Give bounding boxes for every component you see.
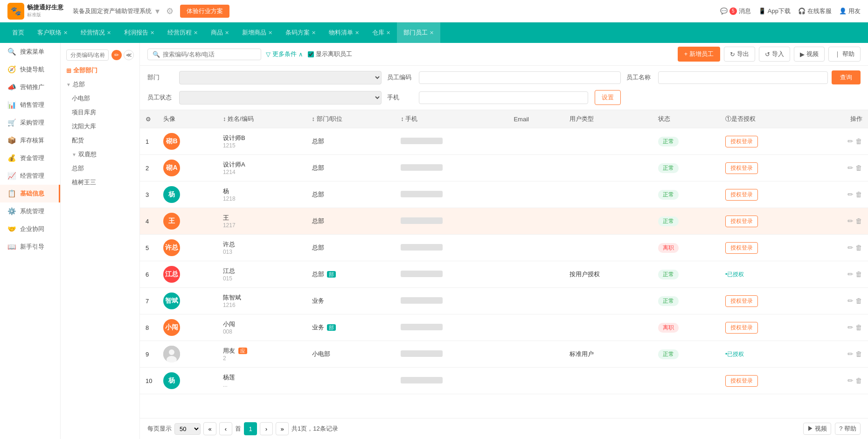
online-service-btn[interactable]: 🎧 在线客服 <box>798 7 832 15</box>
delete-btn[interactable]: 🗑 <box>855 244 862 251</box>
sidebar-item[interactable]: 📖新手引导 <box>0 238 60 256</box>
delete-btn[interactable]: 🗑 <box>855 297 862 305</box>
reset-btn[interactable]: 设置 <box>595 90 621 105</box>
next-page-btn[interactable]: › <box>260 422 273 435</box>
sidebar-item[interactable]: 💰资金管理 <box>0 149 60 167</box>
export-btn[interactable]: ↻ 导出 <box>724 47 755 62</box>
sidebar-item[interactable]: 📊销售管理 <box>0 96 60 114</box>
nav-tab[interactable]: 部门员工 ✕ <box>397 22 440 43</box>
close-icon[interactable]: ✕ <box>355 30 359 36</box>
close-icon[interactable]: ✕ <box>312 30 316 36</box>
nav-tab[interactable]: 商品 ✕ <box>204 22 236 43</box>
nav-tab[interactable]: 利润报告 ✕ <box>118 22 161 43</box>
th-name[interactable]: ↕ 姓名/编码 <box>217 110 306 128</box>
auth-btn[interactable]: 授权登录 <box>725 216 758 227</box>
close-icon[interactable]: ✕ <box>386 30 390 36</box>
query-btn[interactable]: 查询 <box>832 70 861 84</box>
show-resigned-label[interactable]: 显示离职员工 <box>308 50 352 58</box>
delete-btn[interactable]: 🗑 <box>855 350 862 358</box>
delete-btn[interactable]: 🗑 <box>855 217 862 225</box>
close-icon[interactable]: ✕ <box>268 30 272 36</box>
help-btn[interactable]: ｜ 帮助 <box>828 47 861 62</box>
sidebar-item[interactable]: 🧭快捷导航 <box>0 61 60 78</box>
sidebar-item[interactable]: 📈经营管理 <box>0 167 60 185</box>
nav-tab[interactable]: 首页 <box>6 22 31 43</box>
dept-node[interactable]: 植树王三 <box>61 175 139 189</box>
dept-search-input[interactable] <box>66 49 109 61</box>
close-icon[interactable]: ✕ <box>150 30 154 36</box>
show-resigned-checkbox[interactable] <box>308 51 314 57</box>
last-page-btn[interactable]: » <box>276 422 289 435</box>
add-employee-btn[interactable]: + 新增员工 <box>678 47 720 62</box>
filter-more-btn[interactable]: ▽ 更多条件 ∧ <box>266 50 303 58</box>
trial-btn[interactable]: 体验行业方案 <box>180 5 229 18</box>
per-page-select[interactable]: 50 100 <box>174 423 201 435</box>
delete-btn[interactable]: 🗑 <box>855 190 862 198</box>
prev-page-btn[interactable]: ‹ <box>219 422 232 435</box>
sidebar-item[interactable]: 📦库存核算 <box>0 132 60 149</box>
sidebar-item[interactable]: 🔍搜索菜单 <box>0 43 60 61</box>
th-phone[interactable]: ↕ 手机 <box>395 110 508 128</box>
close-icon[interactable]: ✕ <box>225 30 229 36</box>
edit-btn[interactable]: ✏ <box>847 137 854 145</box>
dept-node[interactable]: ▼总部 <box>61 77 139 91</box>
video-btn[interactable]: ▶ 视频 <box>803 423 832 435</box>
nav-tab[interactable]: 新增商品 ✕ <box>236 22 279 43</box>
th-settings[interactable]: ⚙ <box>140 110 158 128</box>
nav-tab[interactable]: 仓库 ✕ <box>366 22 397 43</box>
first-page-btn[interactable]: « <box>203 422 216 435</box>
settings-icon[interactable]: ⚙ <box>166 6 174 16</box>
edit-btn[interactable]: ✏ <box>847 270 854 278</box>
app-download-btn[interactable]: 📱 App下载 <box>758 7 791 15</box>
dept-collapse-btn[interactable]: ≪ <box>124 50 134 60</box>
dept-node[interactable]: 项目库房 <box>61 105 139 119</box>
dept-node[interactable]: 沈阳大库 <box>61 119 139 133</box>
auth-btn[interactable]: 授权登录 <box>725 375 758 387</box>
auth-btn[interactable]: 授权登录 <box>725 162 758 174</box>
close-icon[interactable]: ✕ <box>107 30 111 36</box>
auth-btn[interactable]: 授权登录 <box>725 136 758 147</box>
auth-btn[interactable]: 授权登录 <box>725 322 758 334</box>
delete-btn[interactable]: 🗑 <box>855 323 862 331</box>
dept-edit-btn[interactable]: ✏ <box>111 50 122 60</box>
sidebar-item[interactable]: 📣营销推广 <box>0 78 60 96</box>
edit-btn[interactable]: ✏ <box>847 164 854 172</box>
emp-name-input[interactable] <box>658 71 828 84</box>
dept-node[interactable]: ▼双鹿想 <box>61 147 139 161</box>
help-footer-btn[interactable]: ? 帮助 <box>835 423 861 435</box>
edit-btn[interactable]: ✏ <box>847 350 854 358</box>
sidebar-item[interactable]: 🤝企业协同 <box>0 220 60 238</box>
nav-tab[interactable]: 条码方案 ✕ <box>279 22 322 43</box>
system-name-dropdown[interactable]: ▾ <box>155 6 160 16</box>
sidebar-item[interactable]: 🛒采购管理 <box>0 114 60 132</box>
user-btn[interactable]: 👤 用友 <box>839 7 861 15</box>
sidebar-item[interactable]: ⚙️系统管理 <box>0 202 60 220</box>
th-dept[interactable]: ↕ 部门/职位 <box>306 110 396 128</box>
close-icon[interactable]: ✕ <box>194 30 198 36</box>
auth-btn[interactable]: 授权登录 <box>725 295 758 307</box>
search-input[interactable] <box>163 51 256 58</box>
message-btn[interactable]: 💬 5 消息 <box>720 7 751 15</box>
edit-btn[interactable]: ✏ <box>847 244 854 251</box>
auth-btn[interactable]: 授权登录 <box>725 242 758 254</box>
import-btn[interactable]: ↺ 导入 <box>759 47 790 62</box>
auth-btn[interactable]: 授权登录 <box>725 189 758 201</box>
delete-btn[interactable]: 🗑 <box>855 376 862 384</box>
delete-btn[interactable]: 🗑 <box>855 270 862 278</box>
close-icon[interactable]: ✕ <box>430 30 434 36</box>
edit-btn[interactable]: ✏ <box>847 297 854 305</box>
close-icon[interactable]: ✕ <box>63 30 68 36</box>
delete-btn[interactable]: 🗑 <box>855 164 862 172</box>
edit-btn[interactable]: ✏ <box>847 323 854 331</box>
nav-tab[interactable]: 物料清单 ✕ <box>322 22 366 43</box>
nav-tab[interactable]: 经营情况 ✕ <box>74 22 118 43</box>
dept-node[interactable]: 小电部 <box>61 91 139 105</box>
emp-status-select[interactable] <box>179 91 382 105</box>
dept-select[interactable] <box>179 71 382 84</box>
dept-node[interactable]: 总部 <box>61 161 139 175</box>
edit-btn[interactable]: ✏ <box>847 217 854 225</box>
nav-tab[interactable]: 客户联络 ✕ <box>31 22 74 43</box>
edit-btn[interactable]: ✏ <box>847 376 854 384</box>
phone-input[interactable] <box>419 91 589 104</box>
edit-btn[interactable]: ✏ <box>847 190 854 198</box>
